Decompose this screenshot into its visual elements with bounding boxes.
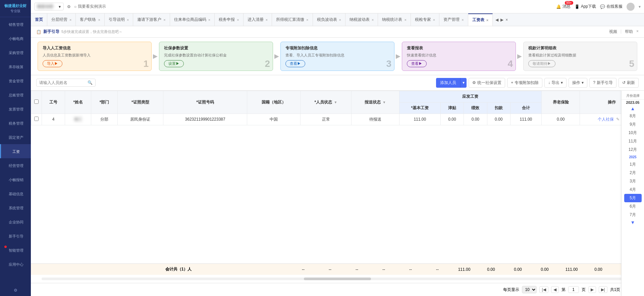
month-item-7[interactable]: 7月: [624, 211, 642, 219]
tab-tax-stat[interactable]: 纳税统计表 ×: [378, 13, 411, 26]
sidebar-item-finance[interactable]: 资金管理: [0, 74, 31, 88]
report-filter-icon[interactable]: ▼: [383, 100, 386, 104]
sidebar-item-assets[interactable]: 固定资产: [0, 130, 31, 144]
tab-product-code[interactable]: 往来单位商品编码 ×: [170, 13, 215, 26]
close-icon[interactable]: ×: [339, 18, 341, 22]
account-selector[interactable]: 账套名称 ▾: [34, 3, 64, 10]
select-all-checkbox[interactable]: [34, 99, 39, 104]
month-item-4[interactable]: 4月: [624, 185, 642, 194]
month-down-button[interactable]: ▼: [630, 219, 636, 226]
status-filter-icon[interactable]: ▼: [334, 100, 337, 104]
search-icon[interactable]: 🔍: [88, 80, 93, 85]
tab-layered-mgmt[interactable]: 分层经营 ×: [47, 13, 76, 26]
close-icon[interactable]: ×: [306, 18, 308, 22]
close-icon[interactable]: ×: [486, 18, 488, 22]
page-number-input[interactable]: [568, 286, 579, 293]
special-deduction-button[interactable]: + 专项附加扣除: [507, 78, 542, 88]
online-service-button[interactable]: 💬 在线客服: [600, 4, 623, 9]
tab-close-all[interactable]: ×: [505, 17, 508, 23]
new-guide-button[interactable]: ? 新手引导: [589, 78, 616, 88]
sidebar-item-inventory[interactable]: 库存核算: [0, 59, 31, 74]
tab-asset-mgmt[interactable]: 资产管理 ×: [439, 13, 468, 26]
close-icon[interactable]: ×: [208, 18, 210, 22]
close-icon[interactable]: ×: [372, 18, 374, 22]
close-icon[interactable]: ×: [404, 18, 406, 22]
tab-clearance[interactable]: 进入清册 ×: [244, 13, 272, 26]
close-icon[interactable]: ×: [462, 18, 464, 22]
month-up-button[interactable]: ▲: [630, 105, 636, 112]
sidebar-item-invoice[interactable]: 发票管理: [0, 102, 31, 116]
sidebar-item-ecommerce[interactable]: 小畅电商: [0, 31, 31, 45]
close-icon[interactable]: ×: [163, 18, 165, 22]
month-item-3[interactable]: 3月: [624, 177, 642, 185]
tab-payroll[interactable]: 工资表 ×: [468, 13, 493, 26]
tab-guide[interactable]: 引导说明 ×: [105, 13, 133, 26]
horizontal-scrollbar[interactable]: [31, 275, 644, 283]
settings-gear-button[interactable]: ⚙: [66, 3, 72, 10]
search-input[interactable]: [39, 80, 86, 85]
tab-home[interactable]: 首页: [31, 13, 47, 26]
sidebar-item-basic-info[interactable]: 基础信息: [0, 186, 31, 201]
close-icon[interactable]: ×: [266, 18, 268, 22]
row-checkbox[interactable]: [34, 117, 39, 121]
sidebar-item-guide[interactable]: 新手引导: [0, 229, 31, 243]
step-4-button[interactable]: 查看▶: [407, 60, 427, 67]
close-icon[interactable]: ×: [433, 18, 435, 22]
close-icon[interactable]: ×: [69, 18, 71, 22]
tab-right-arrow[interactable]: ▶: [500, 17, 504, 23]
user-menu-arrow[interactable]: ▾: [639, 4, 641, 9]
sidebar-item-ai[interactable]: 智能管理: [0, 243, 31, 257]
month-item-9[interactable]: 9月: [624, 120, 642, 129]
step-5-button[interactable]: 敬请期待▶: [528, 60, 555, 67]
step-2-button[interactable]: 设置▶: [164, 60, 184, 67]
tab-invite[interactable]: 邀请下游客户 ×: [133, 13, 170, 26]
sidebar-item-operations[interactable]: 经营管理: [0, 158, 31, 172]
unified-settings-button[interactable]: ⚙ 统一社保设置: [469, 78, 505, 88]
tab-tax-report[interactable]: 税务申报 ×: [215, 13, 243, 26]
sidebar-item-expense[interactable]: 小畅报销: [0, 172, 31, 186]
refresh-button[interactable]: ↺ 刷新: [619, 78, 639, 88]
step-3-button[interactable]: 查看▶: [285, 60, 305, 67]
month-item-8[interactable]: 8月: [624, 112, 642, 120]
sidebar-item-payroll[interactable]: 工资: [0, 144, 31, 158]
tab-customer[interactable]: 客户联络 ×: [76, 13, 104, 26]
tab-tax-wave[interactable]: 纳税波动表 ×: [345, 13, 378, 26]
close-guide-button[interactable]: ×: [636, 29, 639, 35]
close-icon[interactable]: ×: [98, 18, 100, 22]
sidebar-item-system[interactable]: 系统管理: [0, 201, 31, 215]
first-page-button[interactable]: |◀: [539, 286, 548, 293]
sidebar-item-sales[interactable]: 销售管理: [0, 17, 31, 31]
step-1-button[interactable]: 导入▶: [43, 60, 62, 67]
sidebar-item-appstore[interactable]: 应用中心: [0, 257, 31, 271]
sidebar-item-ledger[interactable]: 总账管理: [0, 88, 31, 102]
app-download-button[interactable]: 📱 App下载: [575, 4, 596, 9]
demo-button[interactable]: ○ 我要看实例演示: [74, 4, 106, 9]
sidebar-item-tax[interactable]: 税务管理: [0, 116, 31, 130]
month-item-11[interactable]: 11月: [624, 137, 642, 145]
month-item-1[interactable]: 1月: [624, 160, 642, 169]
operations-button[interactable]: 操作 ▾: [569, 78, 587, 88]
message-button[interactable]: 🔔 消息 99+: [556, 4, 571, 9]
month-item-12[interactable]: 12月: [624, 145, 642, 154]
tab-tax-burden[interactable]: 税负波动表 ×: [313, 13, 345, 26]
guide-help-link[interactable]: 帮助: [625, 29, 633, 35]
next-page-button[interactable]: ▶: [588, 286, 596, 293]
user-avatar[interactable]: [627, 3, 635, 11]
settings-button[interactable]: ⚙: [0, 285, 31, 296]
guide-video-link[interactable]: 视频: [609, 29, 617, 35]
add-person-dropdown[interactable]: ▾: [460, 78, 467, 88]
action-edit-icon[interactable]: ✎: [616, 117, 620, 122]
sidebar-item-collab[interactable]: 企业协同: [0, 215, 31, 229]
month-item-2[interactable]: 2月: [624, 169, 642, 177]
close-icon[interactable]: ×: [237, 18, 239, 22]
per-page-select[interactable]: 10 20 50: [522, 286, 537, 293]
tab-left-arrow[interactable]: ◀: [495, 17, 499, 23]
month-item-6[interactable]: 6月: [624, 202, 642, 211]
month-item-10[interactable]: 10月: [624, 129, 642, 137]
close-icon[interactable]: ×: [127, 18, 129, 22]
tab-income-tax[interactable]: 所得税汇算清缴 ×: [272, 13, 313, 26]
sidebar-item-purchase[interactable]: 采购管理: [0, 45, 31, 59]
export-button[interactable]: ↓ 导出 ▾: [544, 78, 567, 88]
action-personal-social[interactable]: 个人社保: [598, 117, 614, 122]
last-page-button[interactable]: ▶|: [599, 286, 607, 293]
